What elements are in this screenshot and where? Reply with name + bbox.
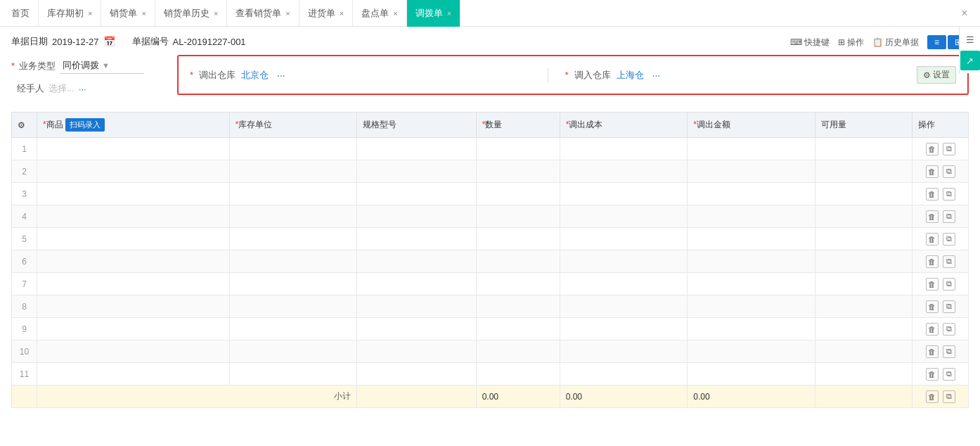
settings-button[interactable]: ⚙ 设置 <box>917 66 956 84</box>
table-cell <box>688 250 815 273</box>
close-icon[interactable]: × <box>393 9 397 18</box>
table-cell[interactable] <box>229 295 357 318</box>
copy-icon[interactable]: ⧉ <box>943 255 955 268</box>
right-panel-list-icon[interactable]: ☰ <box>960 30 980 49</box>
delete-icon[interactable]: 🗑 <box>926 165 939 178</box>
row-number: 6 <box>12 250 37 273</box>
table-cell <box>476 250 560 273</box>
table-cell <box>815 205 912 228</box>
table-cell[interactable] <box>37 205 230 228</box>
delete-icon[interactable]: 🗑 <box>926 300 939 313</box>
delete-icon[interactable]: 🗑 <box>926 188 939 200</box>
person-select[interactable]: 选择... <box>49 82 75 95</box>
tab-sales-history[interactable]: 销货单历史 × <box>155 0 227 27</box>
table-ops-cell: 🗑 ⧉ <box>913 363 969 386</box>
table-cell[interactable] <box>37 250 230 273</box>
delete-icon[interactable]: 🗑 <box>926 233 939 246</box>
table-cell <box>815 138 912 160</box>
close-icon[interactable]: × <box>141 9 146 18</box>
table-cell[interactable] <box>229 138 357 160</box>
table-cell[interactable] <box>37 295 230 318</box>
biz-type-select[interactable]: 同价调拨 ▼ <box>60 58 144 74</box>
delete-icon[interactable]: 🗑 <box>926 323 939 336</box>
table-cell[interactable] <box>37 138 230 160</box>
delete-icon[interactable]: 🗑 <box>926 345 939 358</box>
layout-button[interactable]: ≡ <box>927 35 946 49</box>
table-cell <box>357 295 476 318</box>
copy-icon[interactable]: ⧉ <box>943 368 955 381</box>
copy-icon[interactable]: ⧉ <box>943 278 955 291</box>
close-icon[interactable]: × <box>88 9 92 18</box>
table-cell[interactable] <box>37 228 230 250</box>
table-cell[interactable] <box>37 340 230 363</box>
delete-icon[interactable]: 🗑 <box>926 278 939 291</box>
tab-sales-order[interactable]: 销货单 × <box>101 0 155 27</box>
close-icon[interactable]: × <box>285 9 290 18</box>
table-header-row: ⚙ *商品 扫码录入 *库存单位 规格型号 *数量 *调出成本 *调出金额 可用… <box>12 113 969 138</box>
table-cell <box>560 250 688 273</box>
out-warehouse-more-icon[interactable]: ··· <box>277 70 285 81</box>
table-cell[interactable] <box>229 183 357 205</box>
copy-icon[interactable]: ⧉ <box>943 143 955 155</box>
tab-home[interactable]: 首页 <box>6 0 39 27</box>
row-number: 8 <box>12 295 37 318</box>
row-number: 5 <box>12 228 37 250</box>
table-cell[interactable] <box>37 318 230 340</box>
right-panel-export-icon[interactable]: ↗ <box>960 51 980 70</box>
delete-icon[interactable]: 🗑 <box>926 390 939 403</box>
close-icon[interactable]: × <box>447 9 451 18</box>
close-icon[interactable]: × <box>214 9 218 18</box>
table-cell[interactable] <box>229 273 357 295</box>
table-cell <box>476 340 560 363</box>
table-row: 3 🗑 ⧉ <box>12 183 969 205</box>
delete-icon[interactable]: 🗑 <box>926 210 939 223</box>
table-cell[interactable] <box>37 183 230 205</box>
table-cell[interactable] <box>229 205 357 228</box>
tab-transfer-order[interactable]: 调拨单 × <box>407 0 460 27</box>
copy-icon[interactable]: ⧉ <box>943 233 955 246</box>
table-cell[interactable] <box>229 228 357 250</box>
table-cell[interactable] <box>37 273 230 295</box>
table-cell <box>357 160 476 183</box>
tab-inventory-check[interactable]: 盘点单 × <box>353 0 406 27</box>
in-warehouse-more-icon[interactable]: ··· <box>652 70 661 81</box>
copy-icon[interactable]: ⧉ <box>943 390 955 403</box>
copy-icon[interactable]: ⧉ <box>943 300 955 313</box>
table-cell[interactable] <box>229 340 357 363</box>
table-cell[interactable] <box>229 363 357 386</box>
table-row: 1 🗑 ⧉ <box>12 138 969 160</box>
tab-inventory-init[interactable]: 库存期初 × <box>39 0 101 27</box>
copy-icon[interactable]: ⧉ <box>943 188 955 200</box>
scan-button[interactable]: 扫码录入 <box>65 118 105 132</box>
copy-icon[interactable]: ⧉ <box>943 323 955 336</box>
calendar-icon[interactable]: 📅 <box>103 36 115 47</box>
copy-icon[interactable]: ⧉ <box>943 165 955 178</box>
shortcut-button[interactable]: ⌨ 快捷键 <box>790 37 830 49</box>
tab-view-sales[interactable]: 查看销货单 × <box>227 0 299 27</box>
table-cell <box>357 183 476 205</box>
window-close-button[interactable]: × <box>955 4 974 23</box>
divider <box>548 68 548 82</box>
table-cell[interactable] <box>37 363 230 386</box>
table-row: 4 🗑 ⧉ <box>12 205 969 228</box>
subtotal-cost: 0.00 <box>560 386 688 408</box>
table-cell[interactable] <box>229 160 357 183</box>
table-cell[interactable] <box>229 318 357 340</box>
table-row: 7 🗑 ⧉ <box>12 273 969 295</box>
operation-button[interactable]: ⊞ 操作 <box>838 37 864 49</box>
table-cell[interactable] <box>229 250 357 273</box>
delete-icon[interactable]: 🗑 <box>926 368 939 381</box>
table-cell[interactable] <box>37 160 230 183</box>
tab-purchase-order[interactable]: 进货单 × <box>299 0 353 27</box>
history-button[interactable]: 📋 历史单据 <box>872 37 919 49</box>
copy-icon[interactable]: ⧉ <box>943 210 955 223</box>
delete-icon[interactable]: 🗑 <box>926 255 939 268</box>
delete-icon[interactable]: 🗑 <box>926 143 939 155</box>
close-icon[interactable]: × <box>340 9 344 18</box>
doc-no-field: 单据编号 AL-20191227-001 <box>132 35 246 48</box>
copy-icon[interactable]: ⧉ <box>943 345 955 358</box>
table-ops-cell: 🗑 ⧉ <box>913 295 969 318</box>
table-header-gear[interactable]: ⚙ <box>12 113 37 138</box>
person-more-icon[interactable]: ··· <box>79 84 86 94</box>
subtotal-num <box>12 386 37 408</box>
